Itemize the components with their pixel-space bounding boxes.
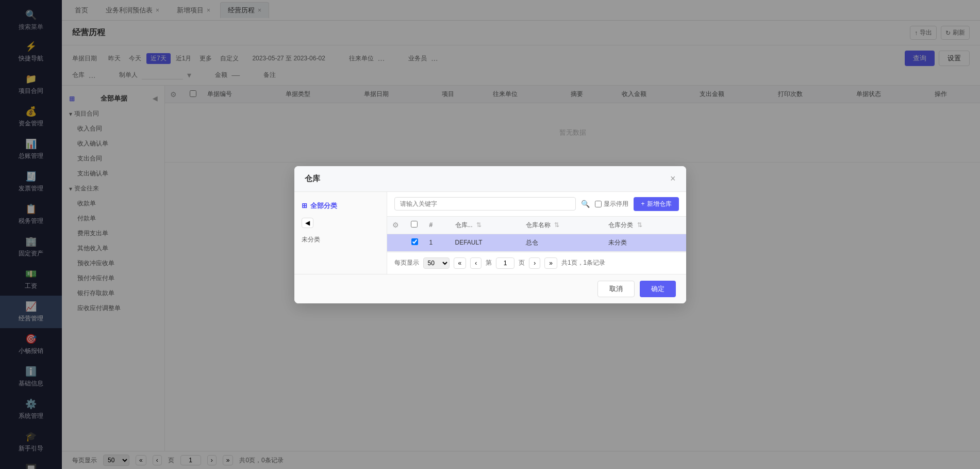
modal-col-code: 仓库... ⇅: [450, 217, 521, 234]
modal-page-input[interactable]: [496, 257, 514, 269]
modal-last-page-btn[interactable]: »: [544, 257, 557, 269]
modal-col-checkbox: [406, 217, 424, 234]
row-code-cell: DEFAULT: [450, 234, 521, 251]
row-name-cell: 总仓: [521, 234, 603, 251]
modal-gear-icon[interactable]: ⚙: [392, 221, 399, 229]
add-warehouse-label: 新增仓库: [647, 200, 672, 208]
all-category-label: 全部分类: [310, 201, 337, 211]
row-gear-cell: [387, 234, 406, 251]
show-disabled-checkbox-label[interactable]: 显示停用: [595, 200, 628, 208]
modal-next-page-btn[interactable]: ›: [529, 257, 540, 269]
add-warehouse-button[interactable]: + 新增仓库: [634, 197, 678, 211]
modal-overlay: 仓库 × ⊞ 全部分类 ◀ 未分类 🔍: [0, 0, 980, 469]
modal-footer: 取消 确定: [294, 274, 686, 303]
modal-page-size-label: 每页显示: [394, 258, 419, 267]
warehouse-table: ⚙ # 仓库... ⇅ 仓库名称 ⇅: [387, 217, 686, 252]
uncategorized-item[interactable]: 未分类: [294, 231, 387, 248]
modal-select-all[interactable]: [411, 221, 418, 228]
table-row[interactable]: 1 DEFAULT 总仓 未分类: [387, 234, 686, 251]
modal-first-page-btn[interactable]: «: [454, 257, 467, 269]
modal-title: 仓库: [305, 174, 320, 184]
modal-page-label: 页: [519, 258, 525, 267]
modal-main: 🔍 显示停用 + 新增仓库 ⚙: [387, 192, 686, 274]
modal-col-gear: ⚙: [387, 217, 406, 234]
sort-name-icon[interactable]: ⇅: [554, 221, 559, 229]
sort-code-icon[interactable]: ⇅: [476, 221, 481, 229]
modal-col-category: 仓库分类 ⇅: [603, 217, 686, 234]
modal-header: 仓库 ×: [294, 166, 686, 192]
show-disabled-text: 显示停用: [604, 200, 628, 208]
modal-search-input[interactable]: [394, 197, 576, 211]
plus-icon: +: [641, 200, 644, 207]
cancel-button[interactable]: 取消: [597, 281, 635, 297]
collapse-category-btn[interactable]: ◀: [302, 218, 313, 228]
modal-page-word: 第: [486, 258, 492, 267]
row-checkbox-cell: [406, 234, 424, 251]
all-category-header[interactable]: ⊞ 全部分类: [294, 197, 387, 215]
modal-col-id: #: [424, 217, 450, 234]
modal-page-size-select[interactable]: 50 10 20 100: [423, 257, 450, 269]
modal-search-bar: 🔍 显示停用 + 新增仓库: [387, 192, 686, 217]
modal-total-records: 共1页，1条记录: [561, 258, 605, 267]
row-checkbox[interactable]: [411, 238, 418, 245]
confirm-button[interactable]: 确定: [640, 281, 676, 297]
modal-search-icon[interactable]: 🔍: [581, 200, 590, 208]
category-sidebar: ⊞ 全部分类 ◀ 未分类: [294, 192, 387, 274]
row-id-cell: 1: [424, 234, 450, 251]
sort-category-icon[interactable]: ⇅: [637, 221, 642, 229]
modal-col-name: 仓库名称 ⇅: [521, 217, 603, 234]
modal-close-button[interactable]: ×: [670, 173, 676, 184]
row-category-cell: 未分类: [603, 234, 686, 251]
modal-pagination: 每页显示 50 10 20 100 « ‹ 第 页 › » 共1页，1条记录: [387, 252, 686, 274]
grid-icon2: ⊞: [302, 202, 307, 209]
show-disabled-checkbox[interactable]: [595, 201, 602, 207]
modal-body: ⊞ 全部分类 ◀ 未分类 🔍 显示停用 +: [294, 192, 686, 274]
modal-prev-page-btn[interactable]: ‹: [470, 257, 481, 269]
modal-table-container: ⚙ # 仓库... ⇅ 仓库名称 ⇅: [387, 217, 686, 252]
warehouse-modal: 仓库 × ⊞ 全部分类 ◀ 未分类 🔍: [294, 166, 686, 303]
